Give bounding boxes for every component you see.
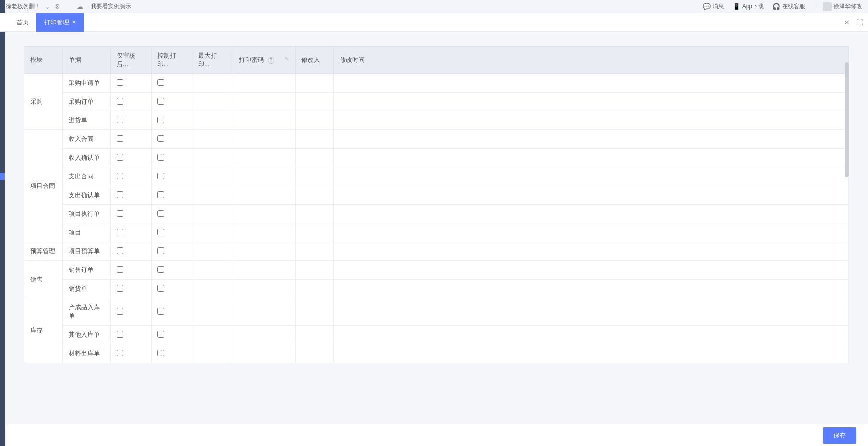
control-cell bbox=[152, 326, 192, 344]
audit-checkbox[interactable] bbox=[117, 229, 123, 235]
audit-checkbox[interactable] bbox=[117, 79, 123, 86]
pwd-cell[interactable] bbox=[233, 74, 296, 93]
max-cell[interactable] bbox=[192, 223, 233, 242]
control-checkbox[interactable] bbox=[157, 154, 164, 161]
vertical-scrollbar[interactable] bbox=[845, 62, 849, 177]
audit-checkbox[interactable] bbox=[117, 285, 123, 292]
control-checkbox[interactable] bbox=[157, 266, 164, 273]
audit-cell bbox=[111, 74, 152, 93]
max-cell[interactable] bbox=[192, 167, 233, 186]
module-cell: 项目合同 bbox=[24, 130, 63, 242]
close-icon[interactable]: ✕ bbox=[72, 19, 76, 25]
fullscreen-icon[interactable]: ⛶ bbox=[856, 19, 863, 26]
pwd-cell[interactable] bbox=[233, 261, 296, 280]
control-checkbox[interactable] bbox=[157, 135, 164, 142]
app-download-link[interactable]: 📱 App下载 bbox=[733, 2, 764, 11]
control-checkbox[interactable] bbox=[157, 117, 164, 123]
top-bar: 徐老板勿删！ ⌄ ⚙ ☁ 我要看实例演示 💬 消息 📱 App下载 🎧 在线客服… bbox=[0, 0, 868, 13]
control-checkbox[interactable] bbox=[157, 247, 164, 254]
pwd-cell[interactable] bbox=[233, 111, 296, 130]
messages-label: 消息 bbox=[713, 2, 724, 11]
modtime-cell bbox=[334, 326, 849, 344]
pwd-cell[interactable] bbox=[233, 205, 296, 223]
control-checkbox[interactable] bbox=[157, 350, 164, 356]
help-icon[interactable]: ? bbox=[268, 57, 274, 64]
control-checkbox[interactable] bbox=[157, 308, 164, 315]
control-cell bbox=[152, 186, 192, 205]
audit-checkbox[interactable] bbox=[117, 308, 123, 315]
modtime-cell bbox=[334, 186, 849, 205]
audit-checkbox[interactable] bbox=[117, 331, 123, 338]
modtime-cell bbox=[334, 280, 849, 298]
bill-cell: 项目预算单 bbox=[63, 242, 111, 261]
audit-checkbox[interactable] bbox=[117, 266, 123, 273]
demo-link[interactable]: 我要看实例演示 bbox=[91, 2, 131, 11]
control-checkbox[interactable] bbox=[157, 331, 164, 338]
max-cell[interactable] bbox=[192, 326, 233, 344]
bill-cell: 项目执行单 bbox=[63, 205, 111, 223]
audit-checkbox[interactable] bbox=[117, 247, 123, 254]
print-settings-table: 模块 单据 仅审核后... 控制打印... 最大打印... 打印密码 ? ✎ 修… bbox=[24, 46, 849, 363]
control-checkbox[interactable] bbox=[157, 229, 164, 235]
edit-icon[interactable]: ✎ bbox=[285, 56, 289, 62]
pwd-cell[interactable] bbox=[233, 223, 296, 242]
max-cell[interactable] bbox=[192, 298, 233, 326]
control-checkbox[interactable] bbox=[157, 285, 164, 292]
max-cell[interactable] bbox=[192, 74, 233, 93]
control-checkbox[interactable] bbox=[157, 191, 164, 198]
max-cell[interactable] bbox=[192, 149, 233, 167]
max-cell[interactable] bbox=[192, 205, 233, 223]
pwd-cell[interactable] bbox=[233, 280, 296, 298]
left-sidebar-edge bbox=[0, 0, 5, 401]
pwd-cell[interactable] bbox=[233, 93, 296, 111]
table-row: 项目 bbox=[24, 223, 849, 242]
customer-service-link[interactable]: 🎧 在线客服 bbox=[773, 2, 805, 11]
table-row: 项目合同收入合同 bbox=[24, 130, 849, 149]
pwd-cell[interactable] bbox=[233, 130, 296, 149]
modifier-cell bbox=[296, 130, 334, 149]
audit-checkbox[interactable] bbox=[117, 210, 123, 217]
max-cell[interactable] bbox=[192, 280, 233, 298]
audit-checkbox[interactable] bbox=[117, 98, 123, 105]
company-dropdown-label[interactable]: 徐老板勿删！ bbox=[6, 2, 40, 11]
bill-cell: 产成品入库单 bbox=[63, 298, 111, 326]
audit-checkbox[interactable] bbox=[117, 350, 123, 356]
modifier-cell bbox=[296, 111, 334, 130]
tab-home[interactable]: 首页 bbox=[9, 13, 36, 32]
pwd-cell[interactable] bbox=[233, 326, 296, 344]
bill-cell: 进货单 bbox=[63, 111, 111, 130]
control-cell bbox=[152, 242, 192, 261]
bill-cell: 收入确认单 bbox=[63, 149, 111, 167]
max-cell[interactable] bbox=[192, 186, 233, 205]
messages-link[interactable]: 💬 消息 bbox=[703, 2, 724, 11]
pwd-cell[interactable] bbox=[233, 344, 296, 363]
chevron-down-icon[interactable]: ⌄ bbox=[45, 3, 50, 10]
col-pwd-label: 打印密码 bbox=[239, 56, 264, 63]
audit-checkbox[interactable] bbox=[117, 191, 123, 198]
pwd-cell[interactable] bbox=[233, 242, 296, 261]
control-checkbox[interactable] bbox=[157, 173, 164, 179]
pwd-cell[interactable] bbox=[233, 298, 296, 326]
tab-print-management[interactable]: 打印管理 ✕ bbox=[36, 13, 84, 32]
max-cell[interactable] bbox=[192, 344, 233, 363]
audit-checkbox[interactable] bbox=[117, 117, 123, 123]
close-all-icon[interactable]: ✕ bbox=[844, 19, 850, 26]
max-cell[interactable] bbox=[192, 130, 233, 149]
control-checkbox[interactable] bbox=[157, 79, 164, 86]
max-cell[interactable] bbox=[192, 93, 233, 111]
control-checkbox[interactable] bbox=[157, 98, 164, 105]
max-cell[interactable] bbox=[192, 111, 233, 130]
gear-icon[interactable]: ⚙ bbox=[55, 3, 60, 10]
max-cell[interactable] bbox=[192, 242, 233, 261]
control-checkbox[interactable] bbox=[157, 210, 164, 217]
sidebar-expand-handle[interactable] bbox=[0, 173, 5, 180]
user-menu[interactable]: 徐泽华修改 bbox=[823, 2, 862, 11]
pwd-cell[interactable] bbox=[233, 167, 296, 186]
audit-checkbox[interactable] bbox=[117, 154, 123, 161]
max-cell[interactable] bbox=[192, 261, 233, 280]
audit-checkbox[interactable] bbox=[117, 135, 123, 142]
print-settings-table-wrap: 模块 单据 仅审核后... 控制打印... 最大打印... 打印密码 ? ✎ 修… bbox=[24, 46, 849, 363]
pwd-cell[interactable] bbox=[233, 186, 296, 205]
audit-checkbox[interactable] bbox=[117, 173, 123, 179]
pwd-cell[interactable] bbox=[233, 149, 296, 167]
